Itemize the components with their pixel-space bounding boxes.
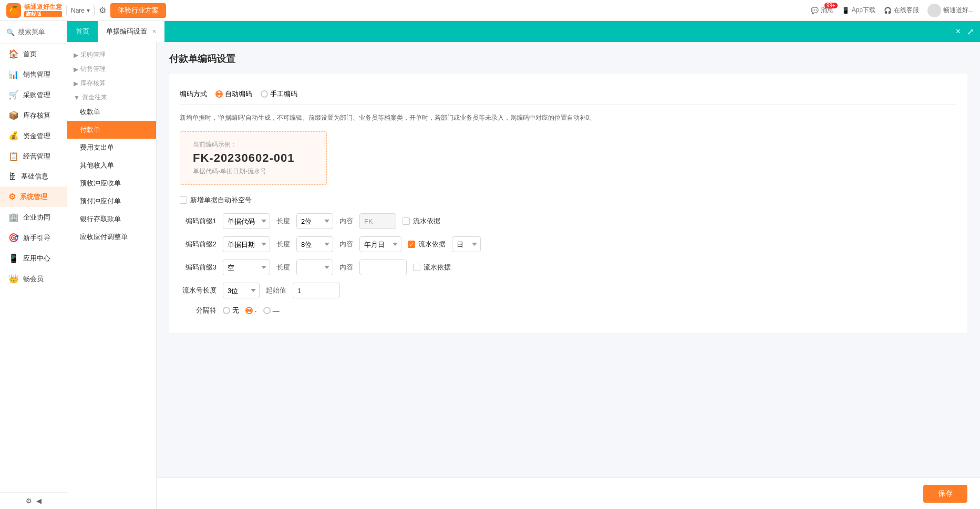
- prefix1-serial-checkbox[interactable]: [403, 217, 410, 225]
- prefix1-select[interactable]: 单据代码: [223, 213, 270, 229]
- sidebar-item-inventory[interactable]: 📦 库存核算: [0, 105, 67, 126]
- user-info[interactable]: 畅通道好...: [927, 4, 974, 17]
- second-sidebar-other-income[interactable]: 其他收入单: [67, 157, 156, 174]
- sidebar-item-member-label: 畅会员: [23, 274, 44, 284]
- app-download-btn[interactable]: 📱 App下载: [842, 6, 875, 15]
- separator-none-radio[interactable]: 无: [223, 306, 239, 315]
- sidebar-item-appcenter[interactable]: 📱 应用中心: [0, 248, 67, 268]
- sidebar-item-basic[interactable]: 🗄 基础信息: [0, 167, 67, 186]
- sidebar-search-section: 🔍 搜索菜单: [0, 21, 67, 44]
- prefix3-length-select[interactable]: [296, 259, 333, 275]
- separator-dot-circle: [245, 307, 253, 314]
- second-sidebar-payment[interactable]: 付款单: [67, 121, 156, 139]
- sidebar-settings-icon[interactable]: ⚙: [26, 497, 32, 505]
- sidebar-item-enterprise[interactable]: 🏢 企业协同: [0, 207, 67, 227]
- sidebar-item-operations-label: 经营管理: [23, 152, 50, 161]
- ar-ap-adjust-label: 应收应付调整单: [80, 232, 128, 242]
- second-sidebar-prepaid-payable[interactable]: 预付冲应付单: [67, 192, 156, 210]
- prefix1-length-label: 长度: [276, 216, 290, 226]
- prefix3-content-input[interactable]: [359, 259, 407, 275]
- payment-label: 付款单: [80, 125, 100, 134]
- sidebar-item-basic-label: 基础信息: [21, 172, 48, 181]
- auto-fill-checkbox[interactable]: [180, 196, 187, 204]
- save-button[interactable]: 保存: [923, 485, 967, 503]
- expense-label: 费用支出单: [80, 143, 114, 152]
- sidebar-item-newguide-label: 新手引导: [23, 233, 50, 243]
- encoding-type-row: 编码方式 自动编码 手工编码: [180, 84, 957, 105]
- tab-home[interactable]: 首页: [67, 21, 98, 42]
- prefix3-serial-checkbox[interactable]: [413, 264, 420, 271]
- message-btn[interactable]: 💬 消息 99+: [811, 6, 833, 15]
- prefix3-serial-row: 流水依据: [413, 263, 451, 272]
- prefix3-select[interactable]: 空: [223, 259, 270, 275]
- sidebar-item-purchase[interactable]: 🛒 采购管理: [0, 85, 67, 105]
- sidebar-item-system[interactable]: ⚙ 系统管理: [0, 186, 67, 207]
- left-sidebar: 🔍 搜索菜单 🏠 首页 📊 销售管理 🛒 采购管理 📦 库存核算 💰 资金管理 …: [0, 21, 67, 509]
- group-inventory[interactable]: ▶ 库存核算: [67, 75, 156, 89]
- auto-fill-row: 新增单据自动补空号: [180, 195, 957, 205]
- prefix2-serial-row: ✓ 流水依据: [408, 240, 446, 249]
- separator-hyphen-radio[interactable]: —: [263, 307, 280, 315]
- group-sales[interactable]: ▶ 销售管理: [67, 60, 156, 75]
- start-value-label: 起始值: [266, 286, 286, 295]
- prefix2-serial-checkbox[interactable]: ✓: [408, 241, 415, 248]
- group-purchase[interactable]: ▶ 采购管理: [67, 46, 156, 60]
- form-card: 编码方式 自动编码 手工编码: [169, 74, 967, 333]
- prefix1-length-select[interactable]: 2位: [296, 213, 333, 229]
- sidebar-item-finance[interactable]: 💰 资金管理: [0, 126, 67, 146]
- sales-icon: 📊: [8, 69, 19, 79]
- sidebar-item-inventory-label: 库存核算: [23, 111, 50, 120]
- online-service-btn[interactable]: 🎧 在线客服: [884, 6, 919, 15]
- manual-encoding-radio[interactable]: 手工编码: [261, 89, 297, 99]
- search-icon: 🔍: [6, 28, 15, 36]
- second-sidebar-prepaid-receivable[interactable]: 预收冲应收单: [67, 174, 156, 192]
- settings-icon[interactable]: ⚙: [99, 5, 106, 15]
- prefix2-serial-unit-select[interactable]: 日: [452, 236, 481, 252]
- separator-dot-radio[interactable]: ·: [245, 307, 257, 315]
- prefix2-content-select[interactable]: 年月日: [359, 236, 401, 252]
- manual-encoding-circle: [261, 90, 268, 98]
- code-preview-box: 当前编码示例： FK-20230602-001 单据代码-单据日期-流水号: [180, 131, 327, 185]
- sidebar-item-system-label: 系统管理: [20, 192, 47, 202]
- member-icon: 👑: [8, 274, 19, 284]
- separator-none-label: 无: [232, 306, 239, 315]
- operations-icon: 📋: [8, 151, 19, 161]
- sidebar-item-newguide[interactable]: 🎯 新手引导: [0, 227, 67, 248]
- auto-encoding-radio[interactable]: 自动编码: [215, 89, 252, 99]
- search-menu-btn[interactable]: 🔍 搜索菜单: [4, 25, 63, 39]
- group-inventory-label: 库存核算: [80, 79, 106, 88]
- second-sidebar-receipt[interactable]: 收款单: [67, 103, 156, 121]
- group-capital[interactable]: ▼ 资金往来: [67, 89, 156, 103]
- second-sidebar-expense[interactable]: 费用支出单: [67, 139, 156, 157]
- tab-close-btn[interactable]: ×: [152, 28, 156, 35]
- prefix3-label: 编码前缀3: [180, 263, 216, 272]
- sidebar-item-appcenter-label: 应用中心: [23, 254, 50, 263]
- second-sidebar-bank-deposit[interactable]: 银行存取款单: [67, 210, 156, 228]
- separator-label: 分隔符: [180, 306, 216, 315]
- sidebar-item-home[interactable]: 🏠 首页: [0, 44, 67, 64]
- serial-length-select[interactable]: 3位: [223, 283, 260, 298]
- serial-row: 流水号长度 3位 起始值: [180, 283, 957, 298]
- sidebar-collapse-icon[interactable]: ◀: [36, 497, 42, 505]
- experience-btn[interactable]: 体验行业方案: [110, 3, 166, 18]
- group-purchase-label: 采购管理: [80, 50, 106, 59]
- user-name: 畅通道好...: [943, 6, 974, 15]
- group-capital-label: 资金往来: [82, 93, 107, 102]
- tab-maximize-btn[interactable]: ⤢: [965, 25, 976, 39]
- prefix1-serial-label: 流水依据: [413, 216, 440, 226]
- prefix2-select[interactable]: 单据日期: [223, 236, 270, 252]
- company-selector[interactable]: Nare ▾: [66, 5, 95, 16]
- basic-icon: 🗄: [8, 172, 17, 181]
- tab-restore-btn[interactable]: ×: [954, 25, 963, 38]
- prefix2-length-select[interactable]: 8位: [296, 236, 333, 252]
- logo-icon: 🍊: [6, 3, 21, 18]
- sidebar-item-sales[interactable]: 📊 销售管理: [0, 64, 67, 85]
- sidebar-item-operations[interactable]: 📋 经营管理: [0, 146, 67, 167]
- second-sidebar-ar-ap-adjust[interactable]: 应收应付调整单: [67, 228, 156, 246]
- sidebar-item-member[interactable]: 👑 畅会员: [0, 268, 67, 289]
- prefix1-content-label: 内容: [339, 216, 353, 226]
- tab-encoding-settings[interactable]: 单据编码设置 ×: [98, 21, 164, 42]
- prefix1-content-input[interactable]: [359, 213, 396, 229]
- dropdown-arrow-icon: ▾: [87, 7, 90, 14]
- start-value-input[interactable]: [293, 283, 340, 298]
